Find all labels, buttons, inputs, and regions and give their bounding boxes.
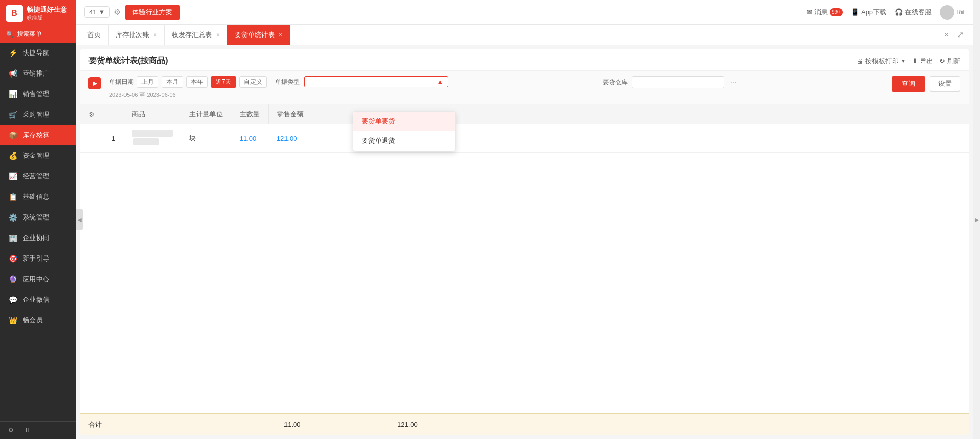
date-filter-group: 单据日期 上月 本月 本年 近7天 自定义 2023-05-06 至 2023-… (109, 76, 267, 99)
tab-close-order-stats[interactable]: × (279, 31, 282, 39)
nav-label-enterprise: 企业协同 (23, 233, 49, 243)
chevron-down-icon: ▼ (901, 58, 906, 64)
messages-label: 消息 (814, 8, 828, 17)
nav-label-app-center: 应用中心 (23, 275, 49, 284)
tab-order-stats[interactable]: 要货单统计表× (227, 25, 290, 45)
sidebar-item-operations[interactable]: 📈经营管理 (0, 166, 76, 187)
settings-icon[interactable]: ⚙ (8, 427, 14, 434)
sidebar-item-member[interactable]: 👑畅会员 (0, 310, 76, 331)
sidebar-item-system[interactable]: ⚙️系统管理 (0, 207, 76, 228)
nav-icon-purchase: 🛒 (8, 110, 17, 119)
sidebar-item-app-center[interactable]: 🔮应用中心 (0, 269, 76, 289)
right-collapse-handle[interactable]: ▶ (973, 0, 980, 439)
download-icon: 📱 (851, 8, 859, 16)
warehouse-filter-label: 要货仓库 (603, 78, 628, 87)
messages-btn[interactable]: ✉ 消息 99+ (807, 8, 843, 17)
sidebar-item-inventory[interactable]: 📦库存核算 (0, 125, 76, 145)
custom-date-btn[interactable]: 自定义 (239, 76, 267, 88)
table-body: 1 块 11.00 121.00 (80, 124, 969, 153)
app-download-label: App下载 (861, 8, 886, 17)
type-filter-input[interactable] (309, 78, 437, 85)
print-icon: 🖨 (857, 57, 863, 65)
sidebar-item-finance[interactable]: 💰资金管理 (0, 145, 76, 166)
filter-toggle-btn[interactable]: ▶ (88, 77, 101, 89)
avatar (940, 5, 954, 20)
tabs-bar: 首页库存批次账×收发存汇总表×要货单统计表× × ⤢ (76, 25, 973, 45)
app-name: 畅捷通好生意 (27, 6, 67, 14)
this-month-btn[interactable]: 本月 (162, 76, 183, 88)
nav-label-system: 系统管理 (23, 213, 49, 222)
settings-icon[interactable]: ⚙ (114, 7, 121, 17)
type-filter-label: 单据类型 (275, 78, 300, 86)
nav-label-member: 畅会员 (23, 316, 43, 325)
sidebar-collapse-handle[interactable]: ◀ (76, 209, 83, 230)
store-selector[interactable]: 41 ▼ (84, 6, 110, 18)
settings-btn[interactable]: 设置 (930, 76, 960, 92)
tab-label-batch-account: 库存批次账 (116, 30, 149, 40)
nav-icon-finance: 💰 (8, 151, 17, 160)
row-qty-0: 11.00 (231, 124, 269, 153)
sidebar-item-basic-info[interactable]: 📋基础信息 (0, 187, 76, 207)
this-year-btn[interactable]: 本年 (186, 76, 208, 88)
refresh-icon: ↻ (939, 57, 945, 65)
export-btn[interactable]: ⬇ 导出 (912, 57, 933, 66)
sidebar-item-enterprise[interactable]: 🏢企业协同 (0, 228, 76, 248)
tab-label-income-summary: 收发存汇总表 (172, 30, 212, 40)
dropdown-item-order-return[interactable]: 要货单退货 (353, 131, 455, 151)
tab-home[interactable]: 首页 (82, 25, 109, 45)
sidebar-item-sales[interactable]: 📊销售管理 (0, 84, 76, 104)
nav-label-quick-nav: 快捷导航 (23, 48, 49, 58)
user-profile[interactable]: Rit (940, 5, 965, 20)
tab-close-income-summary[interactable]: × (216, 31, 220, 39)
row-unit-0: 块 (181, 124, 231, 153)
app-logo: B 畅捷通好生意 标准版 (0, 0, 76, 27)
page-header: 要货单统计表(按商品) 🖨 按模板打印 ▼ ⬇ 导出 ↻ 刷新 (80, 49, 969, 71)
sidebar-item-marketing[interactable]: 📢营销推广 (0, 63, 76, 84)
table-footer: 合计 11.00 121.00 (80, 413, 969, 435)
last-7days-btn[interactable]: 近7天 (211, 76, 236, 88)
close-all-tabs-btn[interactable]: × (941, 29, 952, 41)
table-row: 1 块 11.00 121.00 (80, 124, 969, 153)
app-download-btn[interactable]: 📱 App下载 (851, 8, 886, 17)
sidebar-item-quick-nav[interactable]: ⚡快捷导航 (0, 43, 76, 63)
nav-icon-inventory: 📦 (8, 131, 17, 140)
col-settings-header[interactable]: ⚙ (80, 104, 103, 124)
app-version: 标准版 (27, 14, 67, 21)
nav-label-marketing: 营销推广 (23, 69, 49, 78)
type-dropdown: 要货单要货 要货单退货 (353, 111, 456, 151)
sidebar-item-wechat[interactable]: 💬企业微信 (0, 289, 76, 310)
expand-tabs-btn[interactable]: ⤢ (954, 29, 967, 41)
table-header-row: ⚙ 商品 主计量单位 主数量 零售金额 (80, 104, 969, 124)
online-service-btn[interactable]: 🎧 在线客服 (895, 8, 932, 17)
refresh-btn[interactable]: ↻ 刷新 (939, 57, 960, 66)
tab-close-batch-account[interactable]: × (153, 31, 157, 39)
nav-icon-wechat: 💬 (8, 295, 17, 304)
filter-bar: ▶ 单据日期 上月 本月 本年 近7天 自定义 2023-05-06 至 202… (80, 71, 969, 104)
warehouse-filter-input[interactable] (632, 76, 724, 88)
sidebar-item-purchase[interactable]: 🛒采购管理 (0, 104, 76, 125)
type-filter-input-wrapper[interactable]: ▲ (304, 76, 448, 87)
search-menu-btn[interactable]: 🔍 搜索菜单 (0, 27, 76, 43)
nav-label-sales: 销售管理 (23, 89, 49, 99)
nav-icon-app-center: 🔮 (8, 275, 17, 284)
print-template-btn[interactable]: 🖨 按模板打印 ▼ (857, 57, 906, 66)
col-goods-header: 商品 (123, 104, 181, 124)
industry-btn[interactable]: 体验行业方案 (125, 5, 180, 20)
tabs-right: × ⤢ (941, 29, 967, 41)
chevron-up-icon[interactable]: ▲ (437, 78, 443, 85)
content-area: 要货单统计表(按商品) 🖨 按模板打印 ▼ ⬇ 导出 ↻ 刷新 ▶ (80, 49, 969, 435)
col-unit-header: 主计量单位 (181, 104, 231, 124)
tab-batch-account[interactable]: 库存批次账× (109, 25, 165, 45)
messages-badge: 99+ (830, 8, 843, 16)
nav-icon-member: 👑 (8, 316, 17, 325)
tab-income-summary[interactable]: 收发存汇总表× (165, 25, 227, 45)
footer-label: 合计 (88, 420, 284, 429)
last-month-btn[interactable]: 上月 (137, 76, 158, 88)
main-area: 41 ▼ ⚙ 体验行业方案 ✉ 消息 99+ 📱 App下载 🎧 在线客服 R (76, 0, 973, 439)
dropdown-item-order-goods[interactable]: 要货单要货 (353, 112, 455, 131)
query-btn[interactable]: 查询 (892, 76, 925, 92)
nav-label-wechat: 企业微信 (23, 295, 49, 304)
more-filters-icon[interactable]: ··· (730, 78, 737, 86)
collapse-icon[interactable]: ⏸ (24, 427, 30, 434)
sidebar-item-guide[interactable]: 🎯新手引导 (0, 248, 76, 269)
